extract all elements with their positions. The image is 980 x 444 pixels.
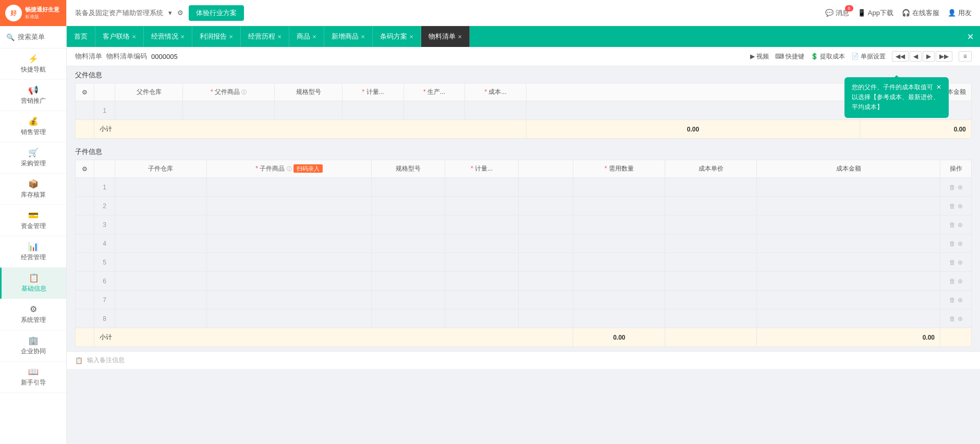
header-dropdown-icon[interactable]: ▾ [168, 9, 172, 17]
child-row-spec[interactable] [372, 215, 445, 234]
child-row-unit[interactable] [445, 234, 519, 253]
message-item[interactable]: 💬 消息 6 [825, 8, 849, 18]
child-gear-icon[interactable]: ⚙ [82, 165, 88, 173]
nav-prev[interactable]: ◀ [910, 51, 922, 62]
child-row-unit[interactable] [445, 272, 519, 291]
sidebar-item-sales[interactable]: 💰销售管理 [0, 111, 66, 142]
cost-tool[interactable]: 💲 提取成本 [811, 52, 845, 61]
child-row-cost-price[interactable] [665, 234, 757, 253]
child-row-cost-price[interactable] [665, 215, 757, 234]
tab-close-history[interactable]: ✕ [277, 34, 281, 40]
delete-row-icon[interactable]: 🗑 [949, 202, 956, 210]
nav-next[interactable]: ▶ [923, 51, 935, 62]
copy-row-icon[interactable]: ⊕ [958, 240, 963, 247]
child-row-unit[interactable] [445, 309, 519, 328]
copy-row-icon[interactable]: ⊕ [958, 278, 963, 285]
child-row-spec[interactable] [372, 178, 445, 197]
child-row-qty[interactable] [573, 178, 665, 197]
delete-row-icon[interactable]: 🗑 [949, 240, 956, 247]
child-row-unit[interactable] [445, 291, 519, 309]
delete-row-icon[interactable]: 🗑 [949, 259, 956, 266]
tab-history[interactable]: 经营历程 ✕ [241, 26, 289, 47]
child-row-cost-price[interactable] [665, 197, 757, 215]
copy-row-icon[interactable]: ⊕ [958, 202, 963, 210]
tooltip-close[interactable]: ✕ [936, 82, 941, 92]
user-item[interactable]: 👤 用友 [948, 8, 972, 18]
child-row-goods[interactable] [206, 234, 372, 253]
child-row-warehouse[interactable] [115, 234, 207, 253]
settings-icon[interactable]: ⚙ [177, 9, 183, 17]
copy-row-icon[interactable]: ⊕ [958, 296, 963, 304]
child-row-goods[interactable] [206, 215, 372, 234]
child-row-warehouse[interactable] [115, 309, 207, 328]
sidebar-item-marketing[interactable]: 📢营销推广 [0, 80, 66, 111]
child-row-unit[interactable] [445, 178, 519, 197]
child-row-cost-price[interactable] [665, 309, 757, 328]
child-row-warehouse[interactable] [115, 197, 207, 215]
child-row-qty[interactable] [573, 215, 665, 234]
tab-close-profit[interactable]: ✕ [229, 34, 233, 40]
tab-new_goods[interactable]: 新增商品 ✕ [324, 26, 373, 47]
child-row-warehouse[interactable] [115, 291, 207, 309]
tab-close-barcode[interactable]: ✕ [409, 34, 413, 40]
sidebar-item-purchase[interactable]: 🛒采购管理 [0, 142, 66, 174]
delete-row-icon[interactable]: 🗑 [949, 221, 956, 229]
child-row-qty[interactable] [573, 272, 665, 291]
child-row-goods[interactable] [206, 272, 372, 291]
app-download-item[interactable]: 📱 App下载 [858, 8, 893, 18]
tab-close-customer[interactable]: ✕ [132, 34, 136, 40]
child-row-goods[interactable] [206, 253, 372, 272]
parent-row-warehouse[interactable] [115, 101, 183, 120]
parent-row-spec[interactable] [275, 101, 342, 120]
child-row-unit[interactable] [445, 215, 519, 234]
delete-row-icon[interactable]: 🗑 [949, 184, 956, 191]
parent-row-unit[interactable] [342, 101, 403, 120]
delete-row-icon[interactable]: 🗑 [949, 296, 956, 304]
rows-toggle[interactable]: ≡ [959, 51, 972, 62]
parent-row-production[interactable] [403, 101, 464, 120]
child-row-spec[interactable] [372, 234, 445, 253]
try-button[interactable]: 体验行业方案 [189, 5, 244, 21]
copy-row-icon[interactable]: ⊕ [958, 315, 963, 322]
nav-first[interactable]: ◀◀ [892, 51, 909, 62]
sidebar-item-operations[interactable]: 📊经营管理 [0, 236, 66, 268]
search-button[interactable]: 🔍搜索菜单 [4, 30, 62, 44]
scan-badge[interactable]: 扫码录入 [293, 164, 323, 173]
parent-row-goods[interactable] [183, 101, 275, 120]
tab-home[interactable]: 首页 [67, 26, 95, 47]
child-row-qty[interactable] [573, 291, 665, 309]
child-row-cost-price[interactable] [665, 291, 757, 309]
child-row-cost-price[interactable] [665, 253, 757, 272]
tab-close-business[interactable]: ✕ [180, 34, 185, 40]
child-row-spec[interactable] [372, 272, 445, 291]
child-row-qty[interactable] [573, 234, 665, 253]
sidebar-item-system[interactable]: ⚙系统管理 [0, 299, 66, 330]
tab-bom[interactable]: 物料清单 ✕ [421, 26, 470, 47]
tab-profit[interactable]: 利润报告 ✕ [192, 26, 241, 47]
copy-row-icon[interactable]: ⊕ [958, 259, 963, 266]
sidebar-item-quick_nav[interactable]: ⚡快捷导航 [0, 49, 66, 80]
child-row-cost-price[interactable] [665, 178, 757, 197]
child-row-spec[interactable] [372, 291, 445, 309]
child-row-spec[interactable] [372, 309, 445, 328]
child-row-qty[interactable] [573, 253, 665, 272]
note-placeholder[interactable]: 输入备注信息 [87, 356, 125, 365]
sidebar-item-enterprise[interactable]: 🏢企业协同 [0, 330, 66, 362]
tab-close-bom[interactable]: ✕ [458, 34, 462, 40]
copy-row-icon[interactable]: ⊕ [958, 221, 963, 229]
sidebar-item-guide[interactable]: 📖新手引导 [0, 362, 66, 393]
child-row-goods[interactable] [206, 197, 372, 215]
shortcut-tool[interactable]: ⌨ 快捷键 [775, 52, 804, 61]
delete-row-icon[interactable]: 🗑 [949, 315, 956, 322]
child-row-warehouse[interactable] [115, 253, 207, 272]
view-tool[interactable]: ▶ 视频 [750, 52, 769, 61]
child-row-qty[interactable] [573, 309, 665, 328]
child-row-cost-price[interactable] [665, 272, 757, 291]
tab-customer[interactable]: 客户联络 ✕ [95, 26, 144, 47]
child-row-spec[interactable] [372, 197, 445, 215]
child-row-unit[interactable] [445, 253, 519, 272]
child-row-warehouse[interactable] [115, 215, 207, 234]
child-row-warehouse[interactable] [115, 178, 207, 197]
child-row-spec[interactable] [372, 253, 445, 272]
parent-row-cost[interactable] [465, 101, 526, 120]
